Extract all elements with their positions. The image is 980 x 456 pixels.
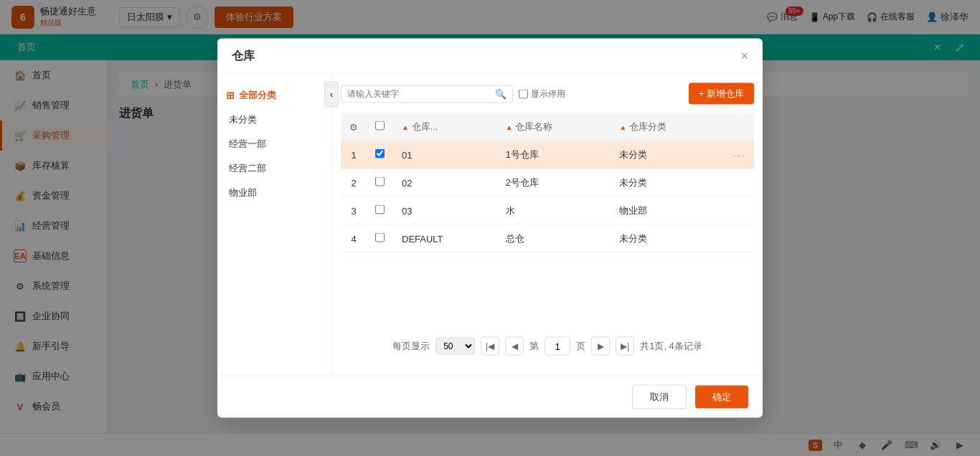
th-category: ▲ 仓库分类 <box>611 113 725 141</box>
category-all-label: 全部分类 <box>239 89 276 102</box>
row-checkbox[interactable] <box>375 233 385 242</box>
grid-icon: ⊞ <box>226 90 235 101</box>
select-all-checkbox[interactable] <box>375 121 385 130</box>
row-name: 总仓 <box>497 224 611 252</box>
th-category-label: 仓库分类 <box>629 121 666 132</box>
th-name: ▲ 仓库名称 <box>497 113 611 141</box>
table-toolbar: 🔍 显示停用 + 新增仓库 <box>341 83 754 105</box>
modal-header: 仓库 × <box>217 39 763 75</box>
row-action: ··· <box>725 141 754 168</box>
row-category: 未分类 <box>611 141 725 168</box>
row-code: 02 <box>393 168 497 196</box>
search-input[interactable] <box>347 89 495 99</box>
row-checkbox-cell <box>367 168 393 196</box>
sort-icon-name: ▲ <box>506 123 513 131</box>
warehouse-table: ⚙ ▲ 仓库... ▲ 仓库名称 <box>341 113 754 253</box>
search-icon[interactable]: 🔍 <box>495 88 507 99</box>
table-row[interactable]: 4 DEFAULT 总仓 未分类 <box>341 224 754 252</box>
row-checkbox-cell <box>367 141 393 168</box>
pagination: 每页显示 50 10 20 100 |◀ ◀ 第 页 ▶ ▶| 共1页, 4条记… <box>341 326 754 367</box>
per-page-label: 每页显示 <box>392 340 430 353</box>
sort-icon-category: ▲ <box>619 123 626 131</box>
row-checkbox-cell <box>367 224 393 252</box>
row-code: 01 <box>393 141 497 168</box>
row-action <box>725 168 754 196</box>
row-name: 1号仓库 <box>497 141 611 168</box>
modal-close-button[interactable]: × <box>740 49 748 64</box>
page-last-button[interactable]: ▶| <box>616 337 634 356</box>
page-word: 第 <box>529 340 539 353</box>
page-label: 页 <box>576 340 585 353</box>
th-action <box>725 113 754 141</box>
th-checkbox <box>367 113 393 141</box>
row-checkbox[interactable] <box>375 205 385 214</box>
row-category: 物业部 <box>611 196 725 224</box>
modal-footer: 取消 确定 <box>217 376 763 418</box>
collapse-category-button[interactable]: ‹ <box>324 82 339 108</box>
warehouse-modal: 仓库 × ⊞ 全部分类 ‹ 未分类 经营一部 经营二部 物业部 🔍 <box>217 39 763 418</box>
th-settings: ⚙ <box>341 113 367 141</box>
row-action <box>725 224 754 252</box>
category-unclassified[interactable]: 未分类 <box>217 108 331 132</box>
row-number: 2 <box>341 168 367 196</box>
th-code-label: 仓库... <box>412 121 438 132</box>
row-category: 未分类 <box>611 168 725 196</box>
add-warehouse-button[interactable]: + 新增仓库 <box>689 83 754 105</box>
table-row[interactable]: 3 03 水 物业部 <box>341 196 754 224</box>
row-number: 1 <box>341 141 367 168</box>
table-body: 1 01 1号仓库 未分类 ··· 2 02 2号仓库 未分类 3 03 水 物… <box>341 141 754 252</box>
th-name-label: 仓库名称 <box>515 121 552 132</box>
category-operations2[interactable]: 经营二部 <box>217 156 331 181</box>
per-page-select[interactable]: 50 10 20 100 <box>435 338 475 355</box>
action-menu[interactable]: ··· <box>733 149 745 160</box>
page-input[interactable] <box>545 337 570 356</box>
settings-icon[interactable]: ⚙ <box>349 121 358 132</box>
search-input-wrap: 🔍 <box>341 85 513 103</box>
row-action <box>725 196 754 224</box>
total-info: 共1页, 4条记录 <box>640 340 702 353</box>
page-prev-button[interactable]: ◀ <box>505 337 524 356</box>
confirm-button[interactable]: 确定 <box>695 386 748 409</box>
row-category: 未分类 <box>611 224 725 252</box>
table-panel: 🔍 显示停用 + 新增仓库 ⚙ <box>332 75 763 376</box>
modal-body: ⊞ 全部分类 ‹ 未分类 经营一部 经营二部 物业部 🔍 显示停用 + 新增仓库 <box>217 75 763 376</box>
category-all[interactable]: ⊞ 全部分类 <box>217 83 331 108</box>
row-code: 03 <box>393 196 497 224</box>
row-checkbox[interactable] <box>375 177 385 186</box>
show-disabled-checkbox[interactable]: 显示停用 <box>519 87 565 100</box>
sort-icon-code: ▲ <box>402 123 409 131</box>
row-number: 3 <box>341 196 367 224</box>
table-row[interactable]: 1 01 1号仓库 未分类 ··· <box>341 141 754 168</box>
row-number: 4 <box>341 224 367 252</box>
row-name: 2号仓库 <box>497 168 611 196</box>
category-panel: ⊞ 全部分类 ‹ 未分类 经营一部 经营二部 物业部 <box>217 75 332 376</box>
th-code: ▲ 仓库... <box>393 113 497 141</box>
show-disabled-label: 显示停用 <box>531 87 565 100</box>
row-checkbox-cell <box>367 196 393 224</box>
row-name: 水 <box>497 196 611 224</box>
row-checkbox[interactable] <box>375 149 385 158</box>
page-first-button[interactable]: |◀ <box>481 337 499 356</box>
category-operations1[interactable]: 经营一部 <box>217 132 331 156</box>
page-next-button[interactable]: ▶ <box>591 337 610 356</box>
disabled-checkbox[interactable] <box>519 89 528 98</box>
category-property[interactable]: 物业部 <box>217 181 331 205</box>
table-row[interactable]: 2 02 2号仓库 未分类 <box>341 168 754 196</box>
row-code: DEFAULT <box>393 224 497 252</box>
table-header-row: ⚙ ▲ 仓库... ▲ 仓库名称 <box>341 113 754 141</box>
modal-title: 仓库 <box>232 49 255 64</box>
cancel-button[interactable]: 取消 <box>632 385 687 409</box>
